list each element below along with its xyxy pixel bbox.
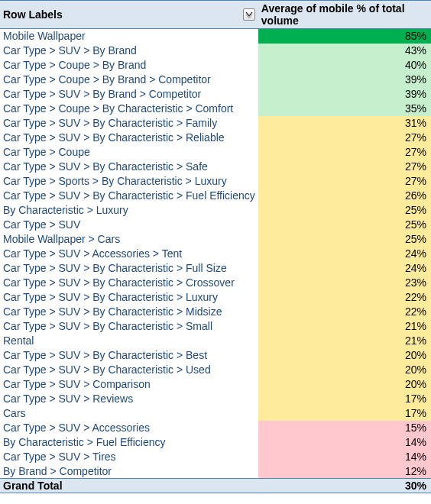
pivot-table: Row Labels Average of mobile % of total …: [0, 0, 431, 493]
table-row[interactable]: Car Type > SUV > By Characteristic > Mid…: [0, 305, 431, 319]
row-label: Car Type > SUV > By Characteristic > Sma…: [0, 319, 258, 334]
table-row[interactable]: Car Type > SUV > By Characteristic > Rel…: [0, 131, 431, 145]
table-row[interactable]: By Characteristic > Luxury25%: [0, 203, 431, 218]
header-row: Row Labels Average of mobile % of total …: [0, 1, 431, 29]
row-label: By Characteristic > Fuel Efficiency: [0, 435, 258, 450]
row-label: Car Type > Coupe > By Brand: [0, 58, 258, 73]
row-label: Car Type > SUV > By Brand: [0, 44, 258, 58]
table-row[interactable]: Car Type > SUV > Accessories15%: [0, 421, 431, 435]
sort-filter-icon[interactable]: [243, 8, 255, 21]
row-label: Car Type > SUV > By Characteristic > Saf…: [0, 160, 258, 174]
table-row[interactable]: Car Type > SUV > By Characteristic > Fue…: [0, 189, 431, 203]
row-value: 27%: [258, 145, 431, 160]
row-label: Car Type > SUV > Accessories > Tent: [0, 247, 258, 261]
table-row[interactable]: Car Type > SUV > By Brand43%: [0, 44, 431, 58]
table-row[interactable]: Cars17%: [0, 406, 431, 421]
row-label: Car Type > SUV > By Characteristic > Ful…: [0, 261, 258, 276]
grand-total-value: 30%: [258, 479, 431, 493]
row-value: 39%: [258, 87, 431, 102]
row-label: By Characteristic > Luxury: [0, 203, 258, 218]
row-label: Car Type > SUV > Reviews: [0, 392, 258, 406]
row-value: 24%: [258, 261, 431, 276]
row-value: 21%: [258, 319, 431, 334]
row-label: By Brand > Competitor: [0, 464, 258, 479]
row-label: Car Type > SUV > By Characteristic > Bes…: [0, 348, 258, 363]
row-label: Car Type > Sports > By Characteristic > …: [0, 174, 258, 189]
row-value: 14%: [258, 450, 431, 464]
table-row[interactable]: By Characteristic > Fuel Efficiency14%: [0, 435, 431, 450]
row-label: Mobile Wallpaper: [0, 29, 258, 44]
row-value: 17%: [258, 392, 431, 406]
row-value: 27%: [258, 174, 431, 189]
table-row[interactable]: Car Type > Coupe27%: [0, 145, 431, 160]
row-value: 24%: [258, 247, 431, 261]
row-label: Car Type > SUV > By Characteristic > Cro…: [0, 276, 258, 290]
table-row[interactable]: Mobile Wallpaper > Cars25%: [0, 232, 431, 247]
row-value: 25%: [258, 203, 431, 218]
table-row[interactable]: Car Type > SUV > By Characteristic > Bes…: [0, 348, 431, 363]
table-row[interactable]: Car Type > SUV > Reviews17%: [0, 392, 431, 406]
row-value: 35%: [258, 102, 431, 116]
value-header[interactable]: Average of mobile % of total volume: [258, 1, 431, 29]
row-value: 14%: [258, 435, 431, 450]
table-row[interactable]: Car Type > SUV > By Characteristic > Saf…: [0, 160, 431, 174]
row-label: Car Type > SUV > By Characteristic > Lux…: [0, 290, 258, 305]
row-value: 26%: [258, 189, 431, 203]
table-row[interactable]: Car Type > SUV > By Brand > Competitor39…: [0, 87, 431, 102]
row-value: 27%: [258, 131, 431, 145]
row-labels-text: Row Labels: [3, 8, 63, 21]
table-row[interactable]: Car Type > SUV > By Characteristic > Use…: [0, 363, 431, 377]
row-value: 22%: [258, 290, 431, 305]
row-value: 22%: [258, 305, 431, 319]
row-value: 25%: [258, 232, 431, 247]
table-row[interactable]: Car Type > Coupe > By Brand40%: [0, 58, 431, 73]
row-label: Car Type > Coupe > By Characteristic > C…: [0, 102, 258, 116]
table-row[interactable]: Car Type > SUV > By Characteristic > Ful…: [0, 261, 431, 276]
table-row[interactable]: Car Type > Coupe > By Characteristic > C…: [0, 102, 431, 116]
table-row[interactable]: Car Type > SUV > By Characteristic > Lux…: [0, 290, 431, 305]
row-label: Cars: [0, 406, 258, 421]
table-row[interactable]: Car Type > SUV > By Characteristic > Fam…: [0, 116, 431, 131]
table-row[interactable]: Car Type > SUV > Tires14%: [0, 450, 431, 464]
row-value: 20%: [258, 377, 431, 392]
row-value: 21%: [258, 334, 431, 348]
row-value: 43%: [258, 44, 431, 58]
table-row[interactable]: Car Type > SUV > Accessories > Tent24%: [0, 247, 431, 261]
row-labels-header[interactable]: Row Labels: [0, 1, 258, 29]
table-row[interactable]: Car Type > SUV > By Characteristic > Sma…: [0, 319, 431, 334]
row-label: Car Type > Coupe > By Brand > Competitor: [0, 73, 258, 87]
table-row[interactable]: Car Type > Coupe > By Brand > Competitor…: [0, 73, 431, 87]
row-value: 20%: [258, 363, 431, 377]
grand-total-row[interactable]: Grand Total30%: [0, 479, 431, 493]
row-value: 27%: [258, 160, 431, 174]
table-row[interactable]: Rental21%: [0, 334, 431, 348]
table-row[interactable]: Car Type > SUV > Comparison20%: [0, 377, 431, 392]
row-label: Car Type > SUV: [0, 218, 258, 232]
grand-total-label: Grand Total: [0, 479, 258, 493]
table-row[interactable]: Car Type > SUV25%: [0, 218, 431, 232]
row-value: 17%: [258, 406, 431, 421]
row-label: Car Type > SUV > Comparison: [0, 377, 258, 392]
row-value: 15%: [258, 421, 431, 435]
table-row[interactable]: Mobile Wallpaper85%: [0, 29, 431, 44]
row-label: Car Type > SUV > By Characteristic > Use…: [0, 363, 258, 377]
row-label: Car Type > Coupe: [0, 145, 258, 160]
table-row[interactable]: Car Type > SUV > By Characteristic > Cro…: [0, 276, 431, 290]
row-label: Car Type > SUV > By Brand > Competitor: [0, 87, 258, 102]
row-label: Car Type > SUV > Tires: [0, 450, 258, 464]
row-value: 39%: [258, 73, 431, 87]
row-label: Car Type > SUV > By Characteristic > Rel…: [0, 131, 258, 145]
row-label: Mobile Wallpaper > Cars: [0, 232, 258, 247]
row-label: Car Type > SUV > By Characteristic > Mid…: [0, 305, 258, 319]
row-value: 20%: [258, 348, 431, 363]
row-value: 23%: [258, 276, 431, 290]
row-value: 12%: [258, 464, 431, 479]
table-row[interactable]: Car Type > Sports > By Characteristic > …: [0, 174, 431, 189]
row-label: Car Type > SUV > Accessories: [0, 421, 258, 435]
table-row[interactable]: By Brand > Competitor12%: [0, 464, 431, 479]
row-value: 40%: [258, 58, 431, 73]
row-value: 25%: [258, 218, 431, 232]
row-value: 85%: [258, 29, 431, 44]
row-label: Car Type > SUV > By Characteristic > Fam…: [0, 116, 258, 131]
row-value: 31%: [258, 116, 431, 131]
